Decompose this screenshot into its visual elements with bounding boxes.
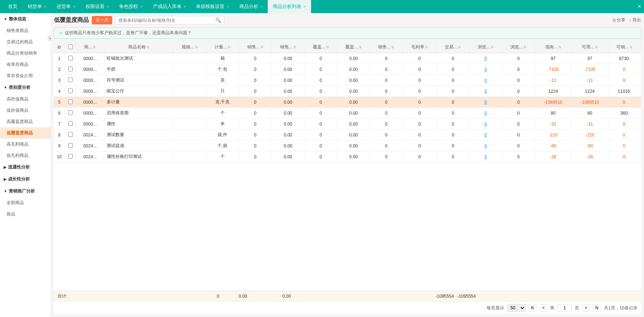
table-row: 8 0024... 测试数量 袋,件 0 0.00 0 0.00 0 0 0 0…	[54, 130, 641, 140]
row-checkbox[interactable]	[65, 151, 76, 162]
nav-role-auth[interactable]: 角色授权 ×	[114, 0, 148, 13]
row-b1[interactable]: 0	[469, 140, 502, 151]
row-checkbox[interactable]	[65, 140, 76, 151]
close-icon[interactable]: ×	[260, 4, 263, 9]
row-select-checkbox[interactable]	[68, 110, 73, 115]
col-unit[interactable]: 计量...⇅	[206, 41, 239, 53]
row-checkbox[interactable]	[65, 64, 76, 75]
row-select-checkbox[interactable]	[68, 99, 73, 104]
nav-finished-goods[interactable]: 产成品入库单 ×	[148, 0, 191, 13]
prev-page-button[interactable]: <	[539, 304, 547, 312]
sidebar-item-inventory-capital[interactable]: 库存资金占用	[0, 70, 51, 82]
sidebar-item-high-coverage[interactable]: 高覆盖度商品	[0, 116, 51, 127]
col-sales3[interactable]: 销售...⇅	[370, 41, 402, 53]
nav-template-settings[interactable]: 单据模板设置 ×	[191, 0, 234, 13]
row-checkbox[interactable]	[65, 119, 76, 130]
row-select-checkbox[interactable]	[68, 56, 73, 60]
close-icon[interactable]: ×	[184, 4, 186, 9]
col-transactions[interactable]: 交易...⇅	[437, 41, 470, 53]
sidebar-item-in-stock-goods[interactable]: 有库存商品	[0, 59, 51, 70]
col-views1[interactable]: 浏览...⇅	[469, 41, 502, 53]
sidebar-item-sales-goods[interactable]: 销售类商品	[0, 25, 51, 36]
nav-home[interactable]: 首页	[3, 0, 23, 13]
row-select-checkbox[interactable]	[68, 143, 73, 148]
page-number-input[interactable]	[557, 304, 572, 312]
sidebar-item-high-margin[interactable]: 高毛利商品	[0, 139, 51, 150]
close-icon[interactable]: ×	[73, 4, 75, 9]
select-all-checkbox[interactable]	[68, 44, 73, 49]
nav-permission-settings[interactable]: 权限设置 ×	[80, 0, 114, 13]
time-filter-button[interactable]: 近一月	[92, 16, 112, 24]
row-select-checkbox[interactable]	[68, 154, 73, 159]
sidebar-section-liquidity[interactable]: ▶ 流通性分析	[0, 161, 51, 173]
sidebar-section-marketing[interactable]: ▼ 营销推广分析	[0, 185, 51, 197]
sidebar-item-category-sales-rate[interactable]: 商品分类动销率	[0, 48, 51, 59]
col-coverage1[interactable]: 覆盖...⇅	[305, 41, 337, 53]
row-select-checkbox[interactable]	[68, 67, 73, 71]
col-name[interactable]: 商品名称⇅	[104, 41, 173, 53]
row-b1[interactable]: 0	[469, 151, 502, 162]
col-stock1[interactable]: 现有...⇅	[535, 41, 572, 53]
nav-product-analysis[interactable]: 商品分析 ×	[234, 0, 268, 13]
row-checkbox[interactable]	[65, 130, 76, 140]
col-views2[interactable]: 浏览...⇅	[502, 41, 535, 53]
col-margin[interactable]: 毛利率⇅	[402, 41, 436, 53]
share-button[interactable]: ⎘ 分享	[613, 17, 625, 23]
row-b1[interactable]: 0	[469, 97, 502, 108]
last-page-button[interactable]: N	[593, 304, 601, 312]
sidebar-section-growth[interactable]: ▶ 成长性分析	[0, 173, 51, 185]
close-icon[interactable]: ×	[140, 4, 142, 9]
sidebar-item-low-margin[interactable]: 低毛利商品	[0, 150, 51, 161]
row-b1[interactable]: 0	[469, 75, 502, 86]
close-icon[interactable]: ×	[303, 4, 306, 9]
per-page-select[interactable]: 50 100 200	[507, 304, 526, 312]
col-checkbox[interactable]	[65, 41, 76, 53]
sidebar-item-low-value[interactable]: 低价值商品	[0, 105, 51, 116]
close-icon[interactable]: ×	[44, 4, 46, 9]
row-checkbox[interactable]	[65, 97, 76, 108]
row-checkbox[interactable]	[65, 53, 76, 64]
sidebar-item-low-coverage[interactable]: 低覆盖度商品	[0, 127, 51, 139]
close-icon[interactable]: ×	[227, 4, 229, 9]
nav-sales-order[interactable]: 销货单 ×	[23, 0, 51, 13]
export-button[interactable]: ↑ 导出	[629, 17, 641, 23]
sidebar-section-category-analysis[interactable]: ▼ 类别度分析	[0, 82, 51, 94]
close-icon[interactable]: ×	[107, 4, 109, 9]
search-icon[interactable]: 🔍	[215, 17, 221, 23]
col-stock2[interactable]: 可用...⇅	[572, 41, 608, 53]
sidebar-item-all-goods[interactable]: 全部商品	[0, 197, 51, 209]
first-page-button[interactable]: K	[529, 304, 537, 312]
row-select-checkbox[interactable]	[68, 88, 73, 93]
col-spec[interactable]: 规格...⇅	[173, 41, 206, 53]
window-close-button[interactable]: ×	[638, 3, 641, 10]
footer-stock2: -1095554	[457, 294, 479, 299]
sidebar-section-overall[interactable]: ▼ 整体信息	[0, 13, 51, 25]
col-stock3[interactable]: 可销...⇅	[608, 41, 641, 53]
row-select-checkbox[interactable]	[68, 132, 73, 137]
sidebar-item-traded-goods[interactable]: 交易过的商品	[0, 36, 51, 48]
row-select-checkbox[interactable]	[68, 121, 73, 126]
sidebar-item-new-goods[interactable]: 新品	[0, 209, 51, 220]
row-s3: 0	[305, 130, 337, 140]
col-coverage2[interactable]: 覆盖...⇅	[337, 41, 370, 53]
row-select-checkbox[interactable]	[68, 78, 73, 82]
col-code[interactable]: 商...⇅	[76, 41, 104, 53]
col-settings[interactable]: ⚙	[54, 41, 65, 53]
row-b1[interactable]: 0	[469, 64, 502, 75]
row-b1[interactable]: 0	[469, 130, 502, 140]
row-b1[interactable]: 0	[469, 53, 502, 64]
row-checkbox[interactable]	[65, 86, 76, 97]
nav-purchase-order[interactable]: 进货单 ×	[51, 0, 80, 13]
nav-product-analysis-list[interactable]: 商品分析列表 ×	[268, 0, 311, 13]
sidebar-item-high-value[interactable]: 高价值商品	[0, 94, 51, 105]
row-unit: 个	[206, 151, 239, 162]
row-b1[interactable]: 0	[469, 108, 502, 119]
row-checkbox[interactable]	[65, 108, 76, 119]
next-page-button[interactable]: >	[582, 304, 590, 312]
col-sales2[interactable]: 销售...⇅	[272, 41, 305, 53]
row-b1[interactable]: 0	[469, 119, 502, 130]
col-sales1[interactable]: 销售...⇅	[239, 41, 272, 53]
row-b1[interactable]: 0	[469, 86, 502, 97]
search-input[interactable]	[118, 18, 215, 23]
row-checkbox[interactable]	[65, 75, 76, 86]
